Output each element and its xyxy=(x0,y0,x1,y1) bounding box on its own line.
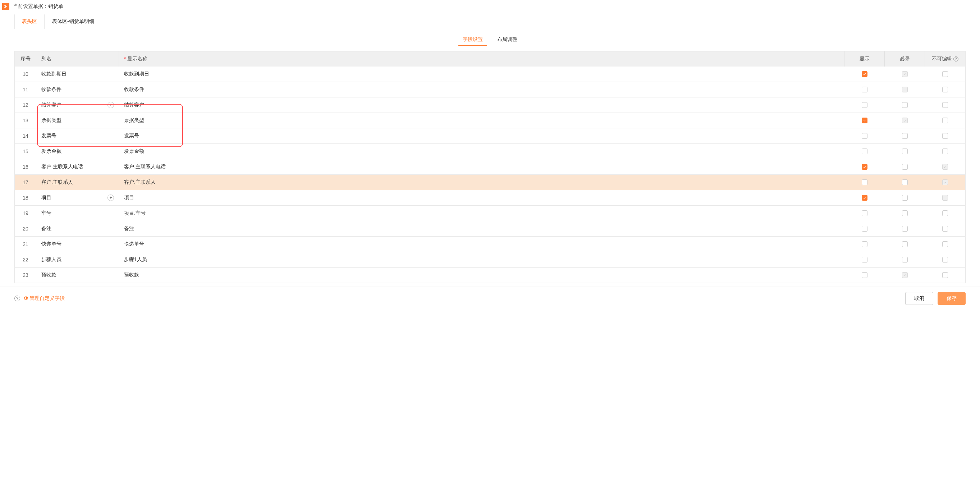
row-readonly-cell xyxy=(925,159,965,174)
table-row[interactable]: 14发票号发票号 xyxy=(15,128,965,144)
row-displayname[interactable]: 项目.车号 xyxy=(119,206,845,221)
show-checkbox[interactable] xyxy=(862,102,867,108)
required-checkbox[interactable] xyxy=(902,241,908,247)
row-displayname[interactable]: 结算客户 xyxy=(119,97,845,113)
required-checkbox[interactable] xyxy=(902,195,908,201)
row-seq: 22 xyxy=(15,252,36,267)
readonly-checkbox[interactable] xyxy=(942,241,948,247)
required-checkbox[interactable] xyxy=(902,164,908,170)
row-displayname[interactable]: 收款条件 xyxy=(119,82,845,97)
table-row[interactable]: 18项目+项目 xyxy=(15,190,965,206)
cancel-button[interactable]: 取消 xyxy=(905,292,933,305)
row-displayname[interactable]: 票据类型 xyxy=(119,113,845,128)
readonly-checkbox[interactable] xyxy=(942,257,948,263)
required-checkbox[interactable] xyxy=(902,226,908,232)
table-row[interactable]: 22步骤人员步骤1人员 xyxy=(15,252,965,267)
show-checkbox[interactable] xyxy=(862,71,867,77)
required-checkbox[interactable] xyxy=(902,210,908,216)
show-checkbox[interactable] xyxy=(862,180,867,185)
row-colname-text: 备注 xyxy=(41,226,51,232)
row-colname: 票据类型 xyxy=(36,113,119,128)
row-required-cell xyxy=(885,267,925,283)
row-displayname[interactable]: 收款到期日 xyxy=(119,67,845,82)
collapse-button[interactable] xyxy=(2,3,10,10)
show-checkbox[interactable] xyxy=(862,195,867,201)
sub-tabs: 字段设置布局调整 xyxy=(0,29,980,51)
table-row[interactable]: 11收款条件收款条件 xyxy=(15,82,965,97)
plus-icon[interactable]: + xyxy=(108,194,114,201)
row-displayname[interactable]: 发票号 xyxy=(119,128,845,143)
help-icon[interactable]: ? xyxy=(953,56,958,62)
required-checkbox xyxy=(902,87,908,92)
readonly-checkbox[interactable] xyxy=(942,71,948,77)
show-checkbox[interactable] xyxy=(862,272,867,278)
table-row[interactable]: 10收款到期日收款到期日 xyxy=(15,67,965,82)
row-readonly-cell xyxy=(925,221,965,236)
show-checkbox[interactable] xyxy=(862,133,867,139)
manage-custom-fields-link[interactable]: 管理自定义字段 xyxy=(23,295,65,302)
readonly-checkbox[interactable] xyxy=(942,272,948,278)
show-checkbox[interactable] xyxy=(862,118,867,123)
tab-0[interactable]: 表头区 xyxy=(14,14,45,29)
required-checkbox[interactable] xyxy=(902,102,908,108)
row-show-cell xyxy=(845,267,885,283)
row-required-cell xyxy=(885,113,925,128)
row-required-cell xyxy=(885,159,925,174)
table-row[interactable]: 20备注备注 xyxy=(15,221,965,237)
show-checkbox[interactable] xyxy=(862,226,867,232)
sub-tab-1[interactable]: 布局调整 xyxy=(493,34,522,46)
table-row[interactable]: 15发票金额发票金额 xyxy=(15,144,965,159)
row-show-cell xyxy=(845,159,885,174)
table-row[interactable]: 19车号项目.车号 xyxy=(15,206,965,221)
row-displayname[interactable]: 备注 xyxy=(119,221,845,236)
table-row[interactable]: 13票据类型票据类型 xyxy=(15,113,965,128)
row-displayname[interactable]: 发票金额 xyxy=(119,144,845,159)
row-seq: 20 xyxy=(15,221,36,236)
row-displayname[interactable]: 快递单号 xyxy=(119,237,845,252)
row-seq: 18 xyxy=(15,190,36,205)
table-row[interactable]: 23预收款预收款 xyxy=(15,267,965,283)
table-row[interactable]: 17客户.主联系人客户.主联系人 xyxy=(15,175,965,190)
show-checkbox[interactable] xyxy=(862,87,867,92)
row-displayname[interactable]: 客户.主联系人电话 xyxy=(119,159,845,174)
row-colname: 收款到期日 xyxy=(36,67,119,82)
readonly-checkbox[interactable] xyxy=(942,87,948,92)
show-checkbox[interactable] xyxy=(862,257,867,263)
question-icon[interactable]: ? xyxy=(14,296,20,301)
row-seq: 17 xyxy=(15,175,36,190)
row-colname: 客户.主联系人电话 xyxy=(36,159,119,174)
row-displayname[interactable]: 客户.主联系人 xyxy=(119,175,845,190)
header-show: 显示 xyxy=(845,51,885,67)
row-displayname[interactable]: 项目 xyxy=(119,190,845,205)
row-colname-text: 票据类型 xyxy=(41,117,62,124)
row-required-cell xyxy=(885,221,925,236)
show-checkbox[interactable] xyxy=(862,241,867,247)
readonly-checkbox[interactable] xyxy=(942,102,948,108)
required-checkbox[interactable] xyxy=(902,133,908,139)
readonly-checkbox[interactable] xyxy=(942,148,948,154)
show-checkbox[interactable] xyxy=(862,210,867,216)
row-colname-text: 客户.主联系人电话 xyxy=(41,164,83,170)
tab-1[interactable]: 表体区-销货单明细 xyxy=(45,14,102,29)
table-row[interactable]: 16客户.主联系人电话客户.主联系人电话 xyxy=(15,159,965,175)
sub-tab-0[interactable]: 字段设置 xyxy=(458,34,487,46)
row-colname-text: 客户.主联系人 xyxy=(41,179,73,186)
table-row[interactable]: 21快递单号快递单号 xyxy=(15,237,965,252)
row-readonly-cell xyxy=(925,97,965,113)
required-checkbox[interactable] xyxy=(902,180,908,185)
readonly-checkbox[interactable] xyxy=(942,226,948,232)
readonly-checkbox[interactable] xyxy=(942,210,948,216)
row-displayname[interactable]: 步骤1人员 xyxy=(119,252,845,267)
required-checkbox[interactable] xyxy=(902,148,908,154)
plus-icon[interactable]: + xyxy=(108,102,114,108)
show-checkbox[interactable] xyxy=(862,148,867,154)
row-displayname[interactable]: 预收款 xyxy=(119,267,845,283)
readonly-checkbox[interactable] xyxy=(942,118,948,123)
table-row[interactable]: 12结算客户+结算客户 xyxy=(15,97,965,113)
readonly-checkbox[interactable] xyxy=(942,133,948,139)
row-required-cell xyxy=(885,252,925,267)
show-checkbox[interactable] xyxy=(862,164,867,170)
required-checkbox[interactable] xyxy=(902,257,908,263)
row-readonly-cell xyxy=(925,144,965,159)
save-button[interactable]: 保存 xyxy=(937,292,966,305)
